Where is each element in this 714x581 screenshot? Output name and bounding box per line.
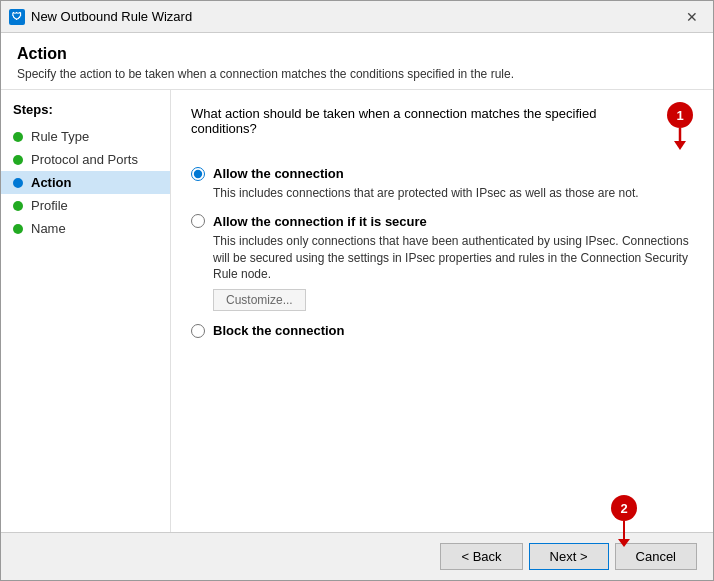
main-content: What action should be taken when a conne… [171,90,713,532]
steps-label: Steps: [1,102,170,125]
annotation-badge-2: 2 [611,495,637,521]
sidebar-item-name[interactable]: Name [1,217,170,240]
option-block: Block the connection [191,323,693,338]
sidebar-item-action[interactable]: Action [1,171,170,194]
content-area: Steps: Rule Type Protocol and Ports Acti… [1,90,713,532]
annotation-arrow-1 [671,128,689,150]
window-title: New Outbound Rule Wizard [31,9,679,24]
footer: 2 < Back Next > Cancel [1,532,713,580]
option-allow-label: Allow the connection [213,166,344,181]
sidebar-label-protocol-ports: Protocol and Ports [31,152,138,167]
option-allow-row: Allow the connection [191,166,693,181]
option-allow-secure-desc: This includes only connections that have… [213,233,693,283]
sidebar-label-rule-type: Rule Type [31,129,89,144]
step-dot-profile [13,201,23,211]
radio-allow[interactable] [191,167,205,181]
sidebar-item-profile[interactable]: Profile [1,194,170,217]
option-allow-secure: Allow the connection if it is secure Thi… [191,214,693,311]
step-dot-protocol-ports [13,155,23,165]
radio-block[interactable] [191,324,205,338]
annotation-2-container: 2 [611,495,637,541]
annotation-badge-1: 1 [667,102,693,128]
option-allow-desc: This includes connections that are prote… [213,185,693,202]
option-block-label: Block the connection [213,323,344,338]
option-block-row: Block the connection [191,323,693,338]
back-button[interactable]: < Back [440,543,522,570]
sidebar: Steps: Rule Type Protocol and Ports Acti… [1,90,171,532]
footer-buttons: 2 < Back Next > Cancel [440,543,697,570]
next-button[interactable]: Next > [529,543,609,570]
customize-button[interactable]: Customize... [213,289,306,311]
step-dot-action [13,178,23,188]
sidebar-label-name: Name [31,221,66,236]
step-dot-rule-type [13,132,23,142]
question-text: What action should be taken when a conne… [191,106,659,136]
sidebar-item-protocol-ports[interactable]: Protocol and Ports [1,148,170,171]
option-allow-secure-row: Allow the connection if it is secure [191,214,693,229]
page-subtitle: Specify the action to be taken when a co… [17,67,697,81]
page-title: Action [17,45,697,63]
option-allow: Allow the connection This includes conne… [191,166,693,202]
radio-allow-secure[interactable] [191,214,205,228]
title-bar: 🛡 New Outbound Rule Wizard ✕ [1,1,713,33]
cancel-button[interactable]: Cancel [615,543,697,570]
annotation-arrow-2 [623,521,625,541]
window-icon: 🛡 [9,9,25,25]
option-allow-secure-label: Allow the connection if it is secure [213,214,427,229]
svg-marker-1 [674,141,686,150]
close-button[interactable]: ✕ [679,7,705,27]
sidebar-item-rule-type[interactable]: Rule Type [1,125,170,148]
sidebar-label-action: Action [31,175,71,190]
step-dot-name [13,224,23,234]
sidebar-label-profile: Profile [31,198,68,213]
wizard-window: 🛡 New Outbound Rule Wizard ✕ Action Spec… [0,0,714,581]
header: Action Specify the action to be taken wh… [1,33,713,90]
